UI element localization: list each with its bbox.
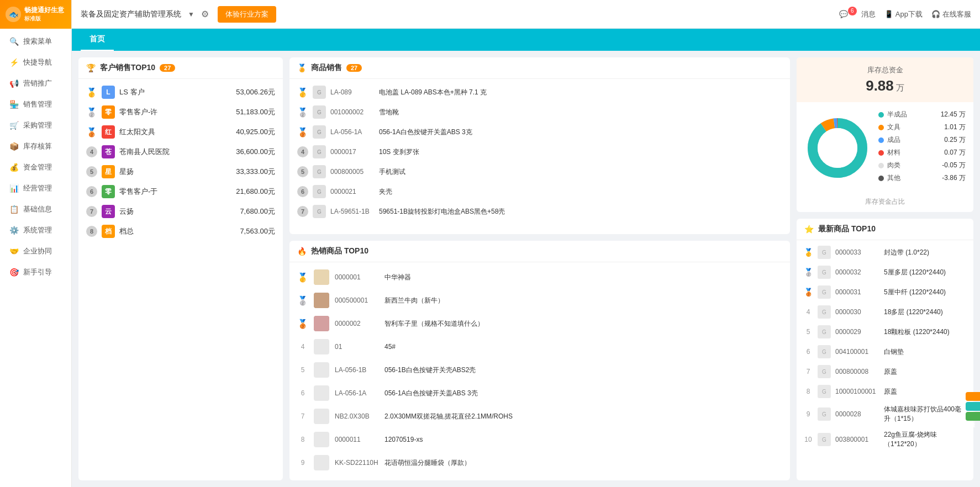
sidebar-header: 🐟 畅捷通好生意 标准版 xyxy=(0,0,71,29)
rank-amount: 7,680.00元 xyxy=(240,207,275,216)
latest-product-item: 10 G 003800001 22g鱼豆腐-烧烤味（1*12*20） xyxy=(797,427,973,452)
latest-product-name: 22g鱼豆腐-烧烤味（1*12*20） xyxy=(884,430,967,449)
product-count-badge: 27 xyxy=(346,64,362,72)
sidebar-item-system[interactable]: ⚙️ 系统管理 xyxy=(0,220,71,241)
sidebar-item-quick-nav[interactable]: ⚡ 快捷导航 xyxy=(0,52,71,73)
product-name: 新西兰牛肉（新牛） xyxy=(384,296,782,305)
store-icon: 🏪 xyxy=(9,100,19,109)
app-download-button[interactable]: 📱 App下载 xyxy=(884,9,923,19)
product-rank-list: 🥇 G LA-089 电池盖 LA-089 ABS本色+黑种 7.1 克 🥈 G… xyxy=(289,79,790,234)
legend-name: 材料 xyxy=(887,148,941,157)
rank-avatar: 苍 xyxy=(102,145,115,158)
sidebar-item-guide[interactable]: 🎯 新手引导 xyxy=(0,262,71,283)
sidebar-item-purchase[interactable]: 🛒 采购管理 xyxy=(0,115,71,136)
product-image xyxy=(314,339,329,354)
sidebar-item-finance[interactable]: 💰 资金管理 xyxy=(0,157,71,178)
inventory-donut-chart xyxy=(804,115,871,181)
rank-amount: 51,183.00元 xyxy=(236,107,275,117)
sidebar-item-operations[interactable]: 📊 经营管理 xyxy=(0,178,71,199)
latest-product-code: 10000100001 xyxy=(835,388,879,395)
legend-dot xyxy=(878,150,884,156)
legend-dot xyxy=(878,125,884,130)
settings-button[interactable]: ⚙ xyxy=(201,9,209,19)
legend-name: 成品 xyxy=(887,135,941,145)
product-name: 中华神器 xyxy=(384,273,782,282)
float-service-live[interactable]: 直播 xyxy=(966,412,980,421)
hot-products-title: 热销商品 TOP10 xyxy=(311,246,368,256)
sidebar-item-enterprise[interactable]: 🤝 企业协同 xyxy=(0,241,71,262)
product-name: 056-1A白色按键开关盖ABS 3壳 xyxy=(384,389,782,398)
rank-name: 零售客户-许 xyxy=(119,107,231,117)
box-icon: 📦 xyxy=(9,142,19,151)
product-code: 0000011 xyxy=(335,436,379,443)
dropdown-button[interactable]: ▼ xyxy=(188,10,194,18)
system-title: 装备及固定资产辅助管理系统 xyxy=(81,9,181,19)
product-name: 智利车子里（规格不知道填什么） xyxy=(384,319,782,329)
sidebar-item-basic-info[interactable]: 📋 基础信息 xyxy=(0,199,71,220)
latest-product-img: G xyxy=(818,385,831,398)
sidebar-item-marketing[interactable]: 📢 营销推广 xyxy=(0,73,71,94)
latest-product-item: 9 G 0000028 体城嘉枝味苏打饮品400毫升（1*15） xyxy=(797,401,973,427)
float-service-community[interactable]: 服务社区 xyxy=(966,402,980,411)
inventory-footer: 库存资金占比 xyxy=(797,194,973,212)
sidebar-item-label: 搜索菜单 xyxy=(23,36,52,46)
product-rank-item: 4 G 0000017 10S 变刹罗张 xyxy=(289,142,790,162)
megaphone-icon: 📢 xyxy=(9,79,19,88)
rank-number: 6 xyxy=(86,186,97,197)
sidebar-item-search[interactable]: 🔍 搜索菜单 xyxy=(0,31,71,52)
hot-product-item: 🥇 0000001 中华神器 xyxy=(289,266,790,289)
latest-products-header: ⭐ 最新商品 TOP10 xyxy=(797,219,973,240)
legend-name: 半成品 xyxy=(887,110,937,119)
product-img-placeholder: G xyxy=(313,165,326,178)
latest-product-img: G xyxy=(818,266,831,279)
product-rank-title: 商品销售 xyxy=(311,63,342,73)
latest-product-name: 封边带 (1.0*22) xyxy=(884,248,967,257)
sidebar-item-label: 资金管理 xyxy=(23,162,52,172)
rank-avatar: 星 xyxy=(102,165,115,178)
tab-home[interactable]: 首页 xyxy=(81,29,114,51)
sidebar-item-sales[interactable]: 🏪 销售管理 xyxy=(0,94,71,115)
legend-item: 文具 1.01 万 xyxy=(878,123,966,132)
rank-amount: 40,925.00元 xyxy=(236,127,275,137)
latest-product-img: G xyxy=(818,325,831,338)
medal-icon: 🥉 xyxy=(86,127,97,137)
float-service-hotline[interactable]: 客服热线 xyxy=(966,392,980,401)
rank-avatar: 零 xyxy=(102,185,115,198)
product-name: 10S 变刹罗张 xyxy=(379,147,782,157)
topbar-right: 💬 6 消息 📱 App下载 🎧 在线客服 xyxy=(839,9,971,19)
product-img-placeholder: G xyxy=(313,185,326,198)
product-code: 001000002 xyxy=(330,108,375,116)
latest-rank-num: 8 xyxy=(803,388,813,395)
medal-icon: 🥉 xyxy=(803,288,813,297)
clipboard-icon: 📋 xyxy=(9,205,19,214)
rank-amount: 7,563.00元 xyxy=(240,226,275,236)
rank-name: 苍南县人民医院 xyxy=(119,147,231,157)
product-rank-num: 5 xyxy=(297,366,308,374)
customer-rank-header: 🏆 客户销售TOP10 27 xyxy=(78,57,283,79)
rank-avatar: 档 xyxy=(102,225,115,238)
latest-product-name: 5厘多层 (1220*2440) xyxy=(884,268,967,277)
sidebar-item-inventory[interactable]: 📦 库存核算 xyxy=(0,136,71,157)
rank-name: 云扬 xyxy=(119,207,235,216)
cart-icon: 🛒 xyxy=(9,121,19,130)
latest-product-img: G xyxy=(818,285,831,299)
latest-product-name: 原盖 xyxy=(884,367,967,377)
latest-product-item: 5 G 0000029 18颗粒板 (1220*2440) xyxy=(797,322,973,342)
rank-item: 5 星 星扬 33,333.00元 xyxy=(78,162,283,182)
legend-value: 12.45 万 xyxy=(941,110,966,119)
product-rank-item: 6 G 0000021 夹壳 xyxy=(289,182,790,202)
message-button[interactable]: 💬 6 消息 xyxy=(839,9,876,19)
inventory-chart-area: 半成品 12.45 万 文具 1.01 万 成品 0.25 万 材料 0.07 … xyxy=(797,102,973,194)
medal-icon: 🥇 xyxy=(297,272,308,283)
latest-products-card: ⭐ 最新商品 TOP10 🥇 G 0000033 封边带 (1.0*22) 🥈 … xyxy=(797,219,973,480)
service-label: 在线客服 xyxy=(942,9,971,19)
product-code: LA-056-1B xyxy=(335,366,379,374)
rank-avatar: 红 xyxy=(102,125,115,139)
app-label: App下载 xyxy=(895,9,923,19)
sidebar-item-label: 采购管理 xyxy=(23,120,52,130)
experience-button[interactable]: 体验行业方案 xyxy=(218,6,276,23)
service-button[interactable]: 🎧 在线客服 xyxy=(931,9,971,19)
content-area: 🏆 客户销售TOP10 27 🥇 L LS 客户 53,006.26元 🥈 零 … xyxy=(72,51,980,487)
product-image xyxy=(314,385,329,401)
rank-item: 7 云 云扬 7,680.00元 xyxy=(78,202,283,221)
